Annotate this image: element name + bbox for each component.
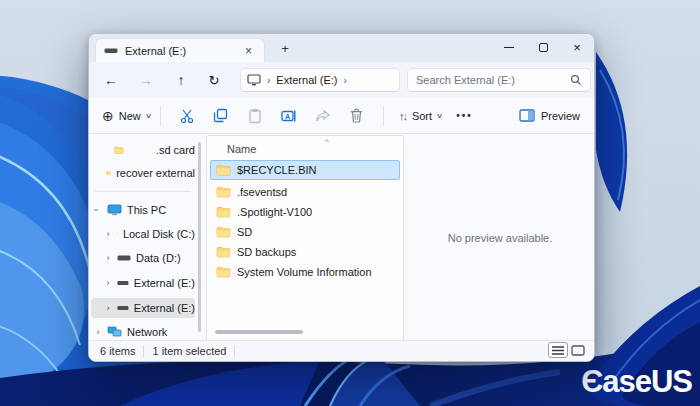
drive-icon — [117, 303, 129, 313]
network-icon — [107, 326, 122, 338]
chevron-expanded-icon[interactable]: › — [91, 205, 101, 215]
file-name: .Spotlight-V100 — [237, 206, 312, 218]
file-row-sd[interactable]: SD — [210, 222, 400, 242]
breadcrumb-chevron-icon[interactable]: › — [343, 75, 346, 86]
file-row-sd-backups[interactable]: SD backups — [210, 242, 400, 262]
sidebar-item-label: .sd card — [156, 144, 195, 156]
sidebar-item-sd-card[interactable]: .sd card — [91, 140, 195, 160]
status-divider — [143, 345, 144, 357]
rename-button[interactable]: A — [276, 103, 302, 129]
copy-button[interactable] — [208, 103, 234, 129]
chevron-down-icon: ∨ — [145, 112, 152, 120]
drive-icon — [117, 278, 129, 288]
share-button[interactable] — [310, 103, 336, 129]
up-button[interactable]: ↑ — [169, 72, 193, 88]
file-row-system-volume-information[interactable]: System Volume Information — [210, 262, 400, 282]
file-row-recycle-bin[interactable]: $RECYCLE.BIN — [210, 160, 400, 180]
thumbnail-view-button[interactable] — [568, 342, 588, 358]
status-bar: 6 items 1 item selected — [89, 340, 594, 361]
chevron-collapsed-icon[interactable]: › — [103, 229, 113, 239]
chevron-collapsed-icon[interactable]: › — [103, 253, 113, 263]
maximize-button[interactable] — [526, 34, 560, 60]
new-button[interactable]: ⊕ New ∨ — [102, 108, 151, 124]
cut-icon — [179, 108, 195, 124]
sidebar-item-network[interactable]: › Network — [91, 322, 195, 342]
back-button[interactable]: ← — [99, 72, 123, 88]
more-options-button[interactable]: ••• — [456, 110, 473, 121]
search-input[interactable] — [416, 74, 570, 86]
svg-text:A: A — [285, 112, 290, 119]
folder-icon — [216, 164, 231, 176]
refresh-button[interactable]: ↻ — [202, 73, 226, 88]
sidebar-divider — [95, 191, 191, 192]
preview-pane: No preview available. — [404, 134, 595, 342]
chevron-collapsed-icon[interactable]: › — [103, 278, 113, 288]
sidebar-item-this-pc[interactable]: › This PC — [91, 200, 195, 220]
breadcrumb-location[interactable]: External (E:) — [276, 74, 337, 86]
details-view-icon — [551, 345, 565, 356]
new-tab-button[interactable]: + — [275, 40, 295, 60]
tab-title: External (E:) — [125, 45, 241, 57]
sidebar-item-local-disk-c[interactable]: › Local Disk (C:) — [91, 224, 195, 244]
close-icon: × — [573, 41, 581, 54]
delete-button[interactable] — [344, 103, 370, 129]
share-icon — [315, 109, 331, 123]
preview-pane-icon — [519, 109, 535, 122]
maximize-icon — [539, 43, 548, 52]
local-disk-icon — [117, 229, 118, 239]
horizontal-scrollbar[interactable] — [215, 330, 303, 334]
tab-strip: External (E:) × + × — [89, 34, 594, 62]
sort-button[interactable]: ↑ ↓ Sort ∨ — [399, 110, 442, 122]
new-button-label: New — [119, 110, 141, 122]
breadcrumb-chevron-icon: › — [267, 75, 270, 86]
file-explorer-window: External (E:) × + × ← → ↑ ↻ › External (… — [88, 33, 595, 362]
sidebar-item-external-e-2[interactable]: › External (E:) — [91, 298, 195, 318]
preview-toggle-button[interactable]: Preview — [519, 109, 580, 122]
tab-close-icon[interactable]: × — [241, 44, 256, 58]
chevron-down-icon: ∨ — [436, 112, 443, 120]
close-button[interactable]: × — [560, 34, 594, 60]
preview-toggle-label: Preview — [541, 110, 580, 122]
command-toolbar: ⊕ New ∨ — [89, 98, 594, 134]
file-list-pane: Name ^ $RECYCLE.BIN .fseventsd .Spotligh… — [206, 135, 404, 341]
chevron-collapsed-icon[interactable]: › — [93, 327, 103, 337]
file-name: SD — [237, 226, 252, 238]
sidebar-item-data-d[interactable]: › Data (D:) — [91, 248, 195, 268]
sidebar-item-label: External (E:) — [134, 302, 195, 314]
drive-icon — [117, 253, 131, 263]
file-name: System Volume Information — [237, 266, 372, 278]
sort-ascending-icon: ^ — [325, 137, 329, 146]
search-box[interactable] — [407, 68, 591, 92]
details-view-button[interactable] — [548, 342, 568, 358]
sort-button-label: Sort — [412, 110, 432, 122]
breadcrumb[interactable]: › External (E:) › — [240, 68, 400, 92]
sidebar-scrollbar[interactable] — [198, 142, 201, 332]
column-header-name[interactable]: Name — [227, 143, 256, 155]
drive-icon — [104, 46, 118, 55]
file-name: .fseventsd — [237, 186, 287, 198]
sidebar-item-label: recover external — [116, 167, 195, 179]
forward-button[interactable]: → — [134, 72, 158, 88]
cut-button[interactable] — [174, 103, 200, 129]
minimize-button[interactable] — [492, 34, 526, 60]
this-pc-icon — [247, 74, 261, 86]
folder-icon — [216, 186, 231, 198]
easeus-logo-mark: Є — [581, 364, 602, 399]
window-caption-buttons: × — [492, 34, 594, 62]
file-row-spotlight[interactable]: .Spotlight-V100 — [210, 202, 400, 222]
sidebar-item-label: Data (D:) — [136, 252, 181, 264]
selection-count: 1 item selected — [152, 345, 226, 357]
sidebar-item-recover-external[interactable]: recover external — [91, 163, 195, 183]
status-divider — [234, 345, 235, 357]
paste-button[interactable] — [242, 103, 268, 129]
items-count: 6 items — [100, 345, 135, 357]
sidebar-item-external-e-1[interactable]: › External (E:) — [91, 273, 195, 293]
folder-icon — [216, 206, 231, 218]
chevron-collapsed-icon[interactable]: › — [103, 303, 113, 313]
easeus-logo-text: aseUS — [602, 364, 692, 399]
tab-external-e[interactable]: External (E:) × — [95, 38, 265, 62]
navigation-pane: .sd card recover external › This PC › — [89, 134, 201, 342]
file-row-fseventsd[interactable]: .fseventsd — [210, 182, 400, 202]
folder-icon — [216, 266, 231, 278]
thumbnail-view-icon — [571, 345, 585, 356]
